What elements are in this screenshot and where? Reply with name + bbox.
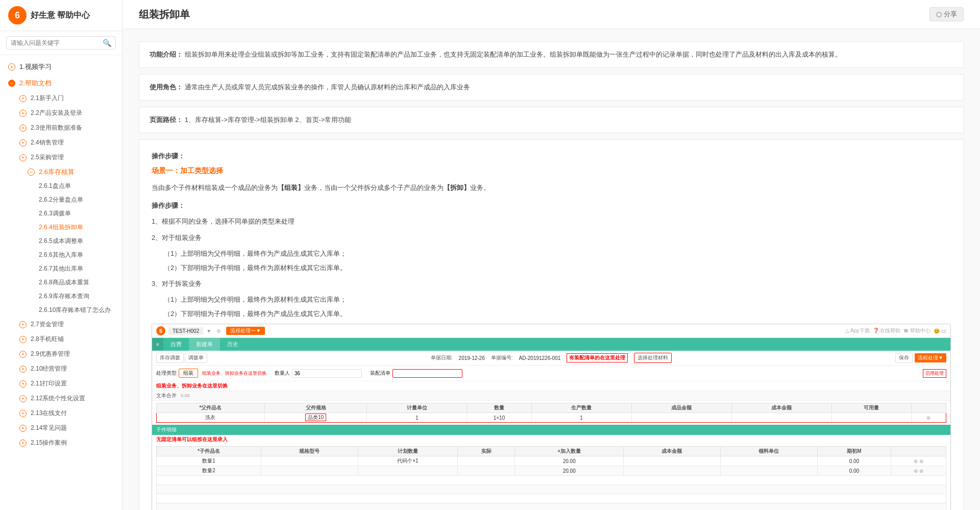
contact-icon: ☎ 帮助中心 — [903, 327, 930, 334]
step-3-sub-2: （2）下部明细为子件明细，最终作为产成品生成其它入库单。 — [164, 308, 951, 320]
sidebar-item-label: 2.6库存核算 — [39, 167, 75, 177]
col-action — [911, 403, 946, 413]
btn-transfer-doc[interactable]: 调拨单 — [185, 353, 207, 363]
lrow1-spec — [261, 456, 358, 466]
empty-row — [157, 476, 946, 485]
expand-icon: + — [19, 125, 27, 132]
btn-save[interactable]: 保存 — [895, 353, 913, 363]
dropdown-icon[interactable]: ▼ — [206, 328, 211, 334]
lcol-spec: 规格型号 — [261, 447, 358, 456]
expand-icon: + — [19, 139, 27, 147]
sidebar-item-other-out[interactable]: 2.6.7其他出库单 — [39, 262, 122, 276]
path-label: 页面路径： — [150, 116, 183, 124]
cell-cost — [731, 413, 831, 423]
lcol-material: 领料单位 — [720, 447, 817, 456]
sidebar-item-customize[interactable]: + 2.12系统个性化设置 — [19, 391, 122, 406]
sidebar-item-payment[interactable]: + 2.13在线支付 — [19, 406, 122, 421]
expand-icon: + — [19, 95, 27, 102]
sidebar-item-inventory-error[interactable]: 2.6.10库存账本错了怎么办 — [39, 303, 122, 317]
page-title: 组装拆卸单 — [139, 8, 190, 21]
form-area: 处理类型 组装 组装业务、拆卸业务在这里切换 数量人 装配清单 — [152, 366, 950, 381]
sidebar-item-purchase[interactable]: + 2.5采购管理 — [19, 150, 122, 165]
main-header: 组装拆卸单 ⬡ 分享 — [122, 0, 980, 29]
sidebar-item-label: 2.9优惠券管理 — [31, 350, 70, 358]
cell-prod-amt — [631, 413, 731, 423]
scene-title: 场景一：加工类型选择 — [152, 166, 951, 176]
sidebar-item-finance[interactable]: + 2.7资金管理 — [19, 317, 122, 332]
steps-section: 操作步骤： 场景一：加工类型选择 当由多个子件材料组装成一个成品的业务为【组装】… — [139, 139, 964, 510]
sidebar-item-cost-adjust[interactable]: 2.6.5成本调整单 — [39, 234, 122, 248]
share-button[interactable]: ⬡ 分享 — [929, 7, 964, 21]
search-wrap[interactable]: 🔍 — [6, 36, 116, 50]
lrow1-action[interactable]: ⊕ ⊗ — [891, 456, 946, 466]
sidebar-item-label: 2.2产品安装及登录 — [31, 109, 82, 117]
lrow2-add: 20.00 — [515, 466, 623, 476]
table-row: 洗衣 品类10 1 1+10 1 ⊕ — [157, 413, 946, 423]
assembly-input[interactable] — [393, 369, 462, 378]
btn-select-material[interactable]: 选择处理材料 — [634, 353, 672, 363]
titlebar-right: △ App下载 ❓ 在线帮助 ☎ 帮助中心 😊 cc — [845, 327, 946, 334]
sidebar-item-docs[interactable]: − 2.帮助文档 — [0, 76, 122, 91]
sidebar-item-assembly[interactable]: 2.6.4组装拆卸单 — [39, 221, 122, 234]
app-title: 好生意 帮助中心 — [31, 10, 90, 21]
toolbar-right: 保存 流程处理▼ — [895, 353, 946, 363]
search-input[interactable] — [11, 39, 103, 46]
sidebar-item-inventory[interactable]: − 2.6库存核算 — [19, 165, 122, 179]
qty-input[interactable] — [292, 369, 362, 378]
expand-icon: + — [19, 440, 27, 447]
btn-process[interactable]: 流程处理▼ — [915, 353, 946, 362]
sidebar-item-label: 2.7资金管理 — [31, 320, 64, 329]
nav-icon: ≡ — [154, 339, 161, 349]
sidebar-item-video[interactable]: + 1.视频学习 — [0, 59, 122, 75]
settings-icon[interactable]: ⚙ — [216, 328, 221, 334]
lrow2-actual — [458, 466, 515, 476]
sidebar-item-other-in[interactable]: 2.6.6其他入库单 — [39, 248, 122, 262]
lrow2-action[interactable]: ⊕ ⊗ — [891, 466, 946, 476]
sidebar-item-mobile[interactable]: + 2.8手机旺铺 — [19, 332, 122, 347]
sidebar-item-label: 2.3使用前数据准备 — [31, 124, 82, 132]
sidebar-item-transfer[interactable]: 2.6.3调拨单 — [39, 207, 122, 221]
sidebar-item-print[interactable]: + 2.11打印设置 — [19, 376, 122, 391]
expand-icon: + — [19, 366, 27, 373]
sidebar-item-install[interactable]: + 2.2产品安装及登录 — [19, 106, 122, 120]
date-value: 2019-12-26 — [459, 355, 485, 361]
col-parent-spec: 父件规格 — [264, 403, 367, 413]
cell-row-action[interactable]: ⊕ — [911, 413, 946, 423]
table-row — [157, 494, 946, 503]
sidebar-item-newcomer[interactable]: + 2.1新手入门 — [19, 91, 122, 106]
sidebar-item-data-prep[interactable]: + 2.3使用前数据准备 — [19, 120, 122, 135]
user-icon: 😊 cc — [934, 328, 946, 334]
sidebar-item-sales[interactable]: + 2.4销售管理 — [19, 135, 122, 150]
sidebar-item-faq[interactable]: + 2.14常见问题 — [19, 421, 122, 435]
step-1: 1、根据不同的业务，选择不同单据的类型来处理 — [152, 215, 951, 227]
tab-self-pay[interactable]: 自费 — [163, 338, 189, 351]
tab-history[interactable]: 历史 — [220, 338, 246, 351]
tab-new[interactable]: 新建单 — [189, 338, 220, 351]
info-block-intro: 功能介绍： 组装拆卸单用来处理企业组装或拆卸等加工业务，支持有固定装配清单的产品… — [139, 41, 964, 68]
sidebar-item-coupon[interactable]: + 2.9优惠券管理 — [19, 347, 122, 361]
btn-inventory-transfer[interactable]: 库存调拨 — [156, 353, 184, 363]
sidebar-item-inventory-query[interactable]: 2.6.9库存账本查询 — [39, 289, 122, 303]
cell-avail — [831, 413, 911, 423]
process-btn-top[interactable]: 流程处理一▼ — [226, 327, 265, 335]
sidebar-item-cost-recalc[interactable]: 2.6.8商品成本重算 — [39, 276, 122, 289]
sidebar-item-partial-stocktake[interactable]: 2.6.2分量盘点单 — [39, 193, 122, 207]
step-3-sub: （1）上部明细为父件明细，最终作为原材料生成其它出库单； （2）下部明细为子件明… — [152, 294, 951, 320]
lrow1-material — [720, 456, 817, 466]
cell-name: 洗衣 — [157, 413, 265, 423]
sidebar-item-cases[interactable]: + 2.15操作案例 — [19, 435, 122, 450]
annotation-no-fixed: 无固定清单可以组按在这里录入 — [152, 435, 950, 444]
expand-icon: + — [19, 380, 27, 387]
sidebar-header: 6 好生意 帮助中心 — [0, 0, 122, 31]
sidebar-item-label: 2.15操作案例 — [31, 439, 67, 447]
lrow2-init: 0.00 — [817, 466, 891, 476]
search-icon[interactable]: 🔍 — [103, 39, 111, 47]
toolbar-left: 库存调拨 调拨单 — [156, 353, 207, 363]
docno-label: 单据编号: — [491, 354, 513, 361]
sidebar-item-management[interactable]: + 2.10经营管理 — [19, 361, 122, 376]
lrow2-name: 数量2 — [157, 466, 261, 476]
search-box: 🔍 — [0, 31, 122, 55]
sidebar-item-stocktake[interactable]: 2.6.1盘点单 — [39, 179, 122, 193]
type-field: 处理类型 组装 组装业务、拆卸业务在这里切换 — [156, 369, 266, 378]
operation-steps-label: 操作步骤： — [152, 200, 951, 211]
